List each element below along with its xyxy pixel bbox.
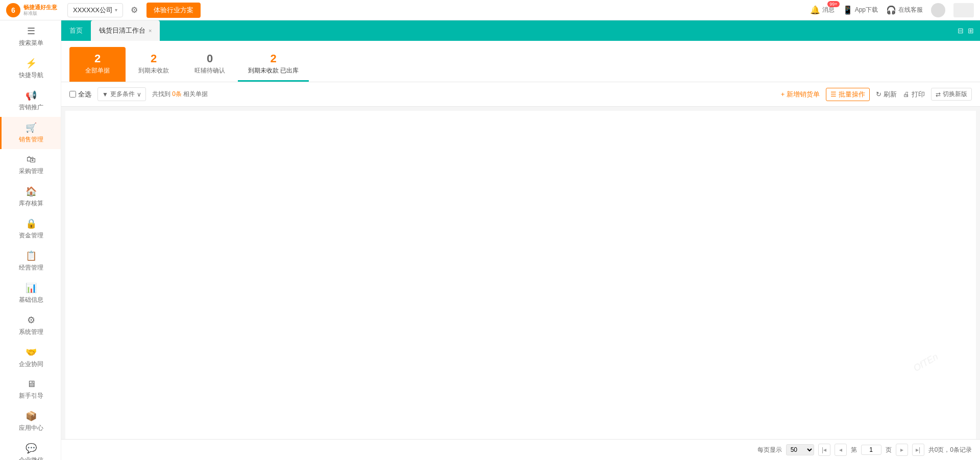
found-text: 共找到 0条 相关单据 [152, 90, 208, 99]
flash-icon: ⚡ [26, 58, 37, 69]
content-area: 首页 钱货日清工作台 × ⊟ ⊞ 2 全部单据 [61, 20, 980, 460]
sidebar-item-operations[interactable]: 📋 经营管理 [0, 245, 61, 277]
search-menu-icon: ☰ [27, 26, 35, 37]
sidebar-item-inventory[interactable]: 🏠 库存核算 [0, 181, 61, 213]
stats-tab-all[interactable]: 2 全部单据 [69, 47, 126, 82]
page-content: 2 全部单据 2 到期未收款 0 旺辅待确认 2 到期未收款 已出库 [61, 41, 980, 460]
handshake-icon: 🤝 [26, 347, 37, 358]
sidebar-item-enterprise[interactable]: 🤝 企业协同 [0, 342, 61, 374]
print-icon: 🖨 [903, 90, 910, 98]
online-service-button[interactable]: 🎧 在线客服 [886, 5, 923, 15]
batch-operation-button[interactable]: ☰ 批量操作 [826, 88, 870, 101]
app-download-button[interactable]: 📱 App下载 [843, 5, 878, 15]
top-right-area: 🔔 消息 99+ 📱 App下载 🎧 在线客服 [810, 3, 974, 17]
print-button[interactable]: 🖨 打印 [903, 90, 925, 99]
gear-icon: ⚙ [27, 314, 35, 326]
tab-minimize-icon[interactable]: ⊟ [958, 27, 964, 35]
refresh-icon: ↻ [876, 90, 881, 98]
first-page-button[interactable]: |◂ [818, 444, 830, 456]
tab-actions: ⊟ ⊞ [958, 27, 980, 35]
main-layout: ☰ 搜索菜单 ⚡ 快捷导航 📢 营销推广 🛒 销售管理 🛍 采购管理 🏠 库存核… [0, 0, 980, 460]
switch-icon: ⇄ [936, 91, 941, 98]
headset-icon: 🎧 [886, 5, 896, 15]
page-size-select[interactable]: 50 100 200 [786, 444, 814, 455]
toolbar: 全选 ▼ 更多条件 ∨ 共找到 0条 相关单据 + 新增销货单 [61, 82, 980, 107]
chevron-down-icon: ▾ [115, 7, 117, 13]
batch-icon: ☰ [830, 90, 837, 98]
tab-close-icon[interactable]: × [149, 28, 152, 34]
sidebar-item-app-center[interactable]: 📦 应用中心 [0, 405, 61, 438]
sidebar-item-purchase[interactable]: 🛍 采购管理 [0, 149, 61, 181]
page-unit: 页 [886, 446, 892, 454]
select-all-checkbox[interactable]: 全选 [69, 90, 91, 99]
sidebar-item-marketing[interactable]: 📢 营销推广 [0, 85, 61, 117]
tab-home[interactable]: 首页 [61, 20, 91, 41]
prev-page-button[interactable]: ◂ [835, 444, 847, 456]
sidebar-item-basic-info[interactable]: 📊 基础信息 [0, 277, 61, 309]
monitor-icon: 🖥 [27, 379, 36, 390]
box-icon: 📦 [26, 410, 37, 422]
stats-tab-out-of-stock[interactable]: 2 到期未收款 已出库 [238, 47, 309, 82]
sidebar-item-guide[interactable]: 🖥 新手引导 [0, 374, 61, 405]
table-area [65, 111, 976, 456]
company-selector[interactable]: XXXXXX公司 ▾ [67, 3, 123, 17]
sidebar-item-finance[interactable]: 🔒 资金管理 [0, 213, 61, 245]
switch-version-button[interactable]: ⇄ 切换新版 [931, 88, 972, 101]
download-icon: 📱 [843, 5, 853, 15]
sidebar: ☰ 搜索菜单 ⚡ 快捷导航 📢 营销推广 🛒 销售管理 🛍 采购管理 🏠 库存核… [0, 20, 61, 460]
filter-icon: ▼ [102, 91, 108, 98]
clipboard-icon: 📋 [26, 250, 37, 261]
tab-workbench[interactable]: 钱货日清工作台 × [91, 20, 160, 41]
sidebar-item-system[interactable]: ⚙ 系统管理 [0, 309, 61, 342]
cart-icon: 🛒 [26, 122, 37, 133]
settings-icon[interactable]: ⚙ [127, 3, 141, 17]
wechat-icon: 💬 [26, 443, 37, 454]
user-info[interactable] [953, 3, 974, 17]
pagination-bar: 每页显示 50 100 200 |◂ ◂ 第 页 ▸ ▸| 共0页，0条记录 [61, 439, 980, 460]
bell-icon: 🔔 [810, 5, 820, 15]
select-all-input[interactable] [69, 91, 76, 98]
sidebar-item-sales[interactable]: 🛒 销售管理 [0, 117, 61, 149]
last-page-button[interactable]: ▸| [912, 444, 924, 456]
page-number-input[interactable] [861, 445, 881, 455]
top-bar: 6 畅捷通好生意 标准版 XXXXXX公司 ▾ ⚙ 体验行业方案 🔔 消息 99… [0, 0, 980, 20]
logo-area: 6 畅捷通好生意 标准版 [6, 3, 67, 17]
messages-button[interactable]: 🔔 消息 99+ [810, 5, 835, 15]
bag-icon: 🛍 [27, 154, 36, 165]
avatar[interactable] [931, 3, 945, 17]
next-page-button[interactable]: ▸ [896, 444, 908, 456]
per-page-label: 每页显示 [757, 446, 782, 454]
stats-section: 2 全部单据 2 到期未收款 0 旺辅待确认 2 到期未收款 已出库 [61, 41, 980, 82]
chevron-icon: ∨ [137, 91, 141, 98]
sidebar-item-quick-nav[interactable]: ⚡ 快捷导航 [0, 53, 61, 85]
tab-bar: 首页 钱货日清工作台 × ⊟ ⊞ [61, 20, 980, 41]
database-icon: 📊 [26, 282, 37, 294]
sidebar-item-search[interactable]: ☰ 搜索菜单 [0, 20, 61, 53]
logo-text: 畅捷通好生意 标准版 [23, 4, 57, 16]
stats-tabs: 2 全部单据 2 到期未收款 0 旺辅待确认 2 到期未收款 已出库 [69, 47, 972, 82]
tab-maximize-icon[interactable]: ⊞ [968, 27, 974, 35]
megaphone-icon: 📢 [26, 90, 37, 101]
toolbar-right: + 新增销货单 ☰ 批量操作 ↻ 刷新 🖨 打印 ⇄ [781, 88, 972, 101]
trial-button[interactable]: 体验行业方案 [146, 3, 201, 18]
message-badge: 99+ [827, 1, 839, 7]
logo-icon: 6 [6, 3, 20, 17]
sidebar-item-wechat[interactable]: 💬 企业微信 [0, 438, 61, 460]
house-icon: 🏠 [26, 186, 37, 197]
total-records: 共0页，0条记录 [928, 446, 972, 454]
stats-tab-overdue[interactable]: 2 到期未收款 [126, 47, 182, 82]
add-sale-order-button[interactable]: + 新增销货单 [781, 90, 820, 99]
lock-icon: 🔒 [26, 218, 37, 229]
filter-button[interactable]: ▼ 更多条件 ∨ [97, 87, 146, 101]
refresh-button[interactable]: ↻ 刷新 [876, 90, 897, 99]
found-count: 0条 [172, 90, 182, 98]
stats-tab-wangwang[interactable]: 0 旺辅待确认 [182, 47, 238, 82]
